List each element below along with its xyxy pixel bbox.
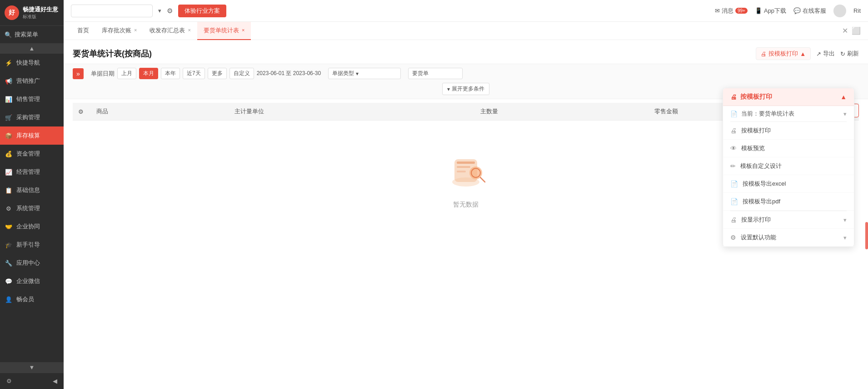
sidebar-item-apps[interactable]: 🔧 应用中心 — [0, 254, 64, 272]
template-print-item-icon: 🖨 — [730, 127, 737, 134]
date-filter-group: 单据日期 上月 本月 本年 近7天 更多 自定义 2023-06-01 至 20… — [91, 68, 321, 79]
sidebar-item-marketing[interactable]: 📢 营销推广 — [0, 72, 64, 90]
display-print-icon: 🖨 — [730, 216, 737, 223]
date-btn-this-month[interactable]: 本月 — [139, 68, 158, 79]
tab-home[interactable]: 首页 — [71, 22, 95, 40]
date-btn-more[interactable]: 更多 — [208, 68, 227, 79]
current-template-arrow: ▾ — [843, 111, 847, 117]
expand-icon: ▾ — [447, 86, 450, 92]
tab-receipt-summary-close[interactable]: × — [188, 28, 190, 33]
default-func-label: 设置默认功能 — [741, 233, 776, 242]
sidebar-item-guide[interactable]: 🎓 新手引导 — [0, 236, 64, 254]
maximize-window-btn[interactable]: ⬜ — [852, 26, 861, 35]
date-btn-this-year[interactable]: 本年 — [161, 68, 180, 79]
dropdown-label: ▾ — [158, 7, 161, 14]
dropdown-item-export-excel[interactable]: 📄 按模板导出excel — [723, 175, 854, 193]
export-excel-icon: 📄 — [730, 180, 738, 187]
sidebar-item-system[interactable]: ⚙ 系统管理 — [0, 199, 64, 217]
online-service-btn[interactable]: 💬 在线客服 — [793, 7, 826, 15]
wechat-icon: 💬 — [5, 277, 13, 285]
goods-label: 要货单 — [412, 70, 429, 77]
avatar[interactable] — [833, 5, 846, 17]
date-btn-custom[interactable]: 自定义 — [229, 68, 254, 79]
sidebar: 好 畅捷通好生意 标准版 🔍 搜索菜单 ▲ ⚡ 快捷导航 📢 营销推广 📊 销售… — [0, 0, 64, 389]
page-title: 要货单统计表(按商品) — [73, 48, 152, 59]
refresh-label: 刷新 — [847, 50, 859, 58]
col-settings[interactable]: ⚙ — [73, 103, 91, 121]
sidebar-item-label: 企业微信 — [16, 277, 40, 285]
purchase-icon: 🛒 — [5, 113, 13, 121]
expand-conditions-btn[interactable]: ▾ 展开更多条件 — [442, 83, 489, 95]
search-input[interactable] — [71, 5, 153, 17]
scroll-thumb[interactable] — [865, 222, 868, 249]
display-print-arrow: ▾ — [843, 217, 847, 223]
settings-gear-icon[interactable]: ⚙ — [167, 7, 173, 15]
expand-label: 展开更多条件 — [452, 85, 484, 93]
dropdown-item-template-print[interactable]: 🖨 按模板打印 — [723, 122, 854, 140]
order-type-filter[interactable]: 单据类型 ▾ — [328, 68, 401, 79]
dropdown-item-template-preview[interactable]: 👁 模板预览 — [723, 140, 854, 157]
topbar-dropdown[interactable]: ▾ — [158, 7, 161, 14]
sidebar-item-label: 经营管理 — [16, 168, 40, 176]
apps-icon: 🔧 — [5, 259, 13, 267]
close-window-btn[interactable]: ✕ — [842, 26, 848, 35]
dropdown-item-template-design[interactable]: ✏ 模板自定义设计 — [723, 157, 854, 175]
dropdown-collapse-btn[interactable]: ▲ — [840, 93, 847, 101]
filter-toggle-btn[interactable]: » — [73, 68, 84, 79]
tab-batch-account-close[interactable]: × — [134, 28, 137, 33]
tab-requisition-stats-close[interactable]: × — [242, 28, 244, 33]
export-excel-label: 按模板导出excel — [743, 180, 786, 188]
sidebar-item-label: 应用中心 — [16, 259, 40, 267]
collapse-icon[interactable]: ◀ — [53, 378, 57, 384]
export-icon: ↗ — [816, 51, 821, 57]
sidebar-item-wechat[interactable]: 💬 企业微信 — [0, 272, 64, 290]
sidebar-item-member[interactable]: 👤 畅会员 — [0, 290, 64, 308]
dropdown-title: 按模板打印 — [740, 93, 772, 101]
template-print-item-label: 按模板打印 — [741, 126, 771, 135]
sidebar-item-purchase[interactable]: 🛒 采购管理 — [0, 108, 64, 126]
sidebar-item-label: 企业协同 — [16, 222, 40, 231]
svg-rect-4 — [457, 171, 466, 172]
dropdown-item-display-print[interactable]: 🖨 按显示打印 ▾ — [723, 211, 854, 229]
app-title: 畅捷通好生意 — [23, 6, 58, 14]
sidebar-item-quick-nav[interactable]: ⚡ 快捷导航 — [0, 54, 64, 72]
tab-requisition-stats[interactable]: 要货单统计表 × — [197, 22, 251, 40]
page-header: 要货单统计表(按商品) 🖨 按模板打印 ▲ ↗ 导出 ↻ 刷新 — [64, 40, 868, 64]
sidebar-item-basic[interactable]: 📋 基础信息 — [0, 181, 64, 199]
sidebar-item-collab[interactable]: 🤝 企业协同 — [0, 217, 64, 236]
sidebar-item-inventory[interactable]: 📦 库存核算 — [0, 126, 64, 145]
date-btn-7days[interactable]: 近7天 — [183, 68, 205, 79]
template-print-label: 按模板打印 — [768, 50, 798, 58]
app-download-btn[interactable]: 📱 App下载 — [755, 7, 786, 15]
finance-icon: 💰 — [5, 150, 13, 158]
refresh-btn[interactable]: ↻ 刷新 — [840, 50, 859, 58]
tab-batch-account[interactable]: 库存批次账 × — [95, 22, 143, 40]
scroll-down-btn[interactable]: ▼ — [0, 362, 64, 373]
template-print-btn[interactable]: 🖨 按模板打印 ▲ — [756, 47, 811, 60]
scroll-up-btn[interactable]: ▲ — [0, 43, 64, 54]
messages-btn[interactable]: ✉ 消息 99+ — [715, 7, 748, 15]
system-icon: ⚙ — [5, 204, 13, 212]
svg-line-7 — [480, 177, 485, 182]
search-menu[interactable]: 🔍 搜索菜单 — [0, 26, 64, 43]
trial-btn[interactable]: 体验行业方案 — [178, 5, 226, 17]
sidebar-item-operation[interactable]: 📈 经营管理 — [0, 163, 64, 181]
dropdown-item-export-pdf[interactable]: 📄 按模板导出pdf — [723, 193, 854, 211]
export-pdf-icon: 📄 — [730, 198, 738, 205]
tab-receipt-summary[interactable]: 收发存汇总表 × — [143, 22, 197, 40]
sidebar-item-sales[interactable]: 📊 销售管理 — [0, 90, 64, 108]
dropdown-item-default-func[interactable]: ⚙ 设置默认功能 ▾ — [723, 229, 854, 247]
order-type-dropdown-icon: ▾ — [356, 71, 359, 77]
guide-icon: 🎓 — [5, 241, 13, 249]
sidebar-item-label: 畅会员 — [16, 295, 34, 303]
dropdown-header: 🖨 按模板打印 ▲ — [723, 88, 854, 106]
dropdown-title-area: 🖨 按模板打印 — [730, 93, 772, 101]
settings-icon[interactable]: ⚙ — [6, 378, 12, 384]
operation-icon: 📈 — [5, 168, 13, 176]
username: Rit — [853, 7, 861, 14]
sidebar-item-finance[interactable]: 💰 资金管理 — [0, 145, 64, 163]
quick-nav-icon: ⚡ — [5, 59, 13, 67]
date-btn-last-month[interactable]: 上月 — [117, 68, 136, 79]
export-btn[interactable]: ↗ 导出 — [816, 50, 835, 58]
goods-filter[interactable]: 要货单 — [408, 68, 463, 79]
